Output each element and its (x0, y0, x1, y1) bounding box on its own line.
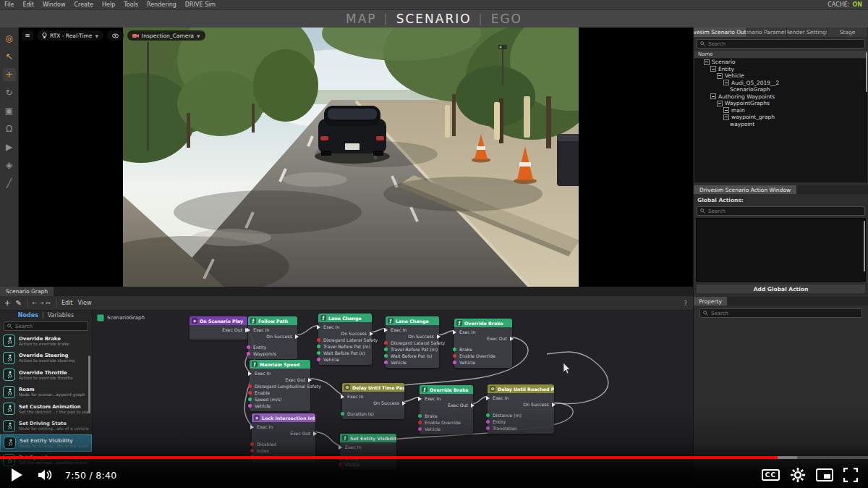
measure-tool-icon[interactable]: ╱ (3, 177, 16, 190)
mode-tab-map[interactable]: MAP (346, 12, 377, 26)
snap-tool-icon[interactable]: Ω (3, 122, 16, 135)
tree-item-authoring-waypoints[interactable]: Authoring Waypoints (694, 93, 867, 101)
tab-render-settings[interactable]: Render Settings (787, 28, 827, 37)
data-in-port[interactable] (248, 397, 252, 401)
node-library-item-roam[interactable]: RoamNode for scenar...aypoint graph (0, 384, 92, 401)
exec-in-port[interactable] (339, 445, 342, 450)
graph-menu-edit[interactable]: Edit (61, 300, 73, 306)
tab-scenario-parameters[interactable]: Scenario Parameters (747, 28, 788, 37)
exec-in-port[interactable] (486, 396, 490, 400)
navigate-tool-icon[interactable]: ◎ (3, 32, 16, 45)
menu-item-window[interactable]: Window (43, 1, 66, 8)
viewport[interactable]: ≡ RTX - Real-Time ▼ Inspection_Camera ▼ (19, 28, 693, 287)
play-tool-icon[interactable]: ▶ (3, 140, 16, 153)
exec-out-port[interactable] (295, 335, 299, 339)
expander-icon[interactable] (717, 101, 723, 106)
node-library-item-set-custom-animation[interactable]: Set Custom AnimationSet the desired ...r… (0, 400, 92, 418)
node-library-item-override-throttle[interactable]: Override ThrottleAction to override thro… (0, 366, 92, 384)
data-in-port[interactable] (486, 413, 490, 417)
tree-item-waypoint[interactable]: waypoint (694, 121, 867, 128)
expander-icon[interactable] (723, 107, 729, 113)
settings-gear-icon[interactable] (790, 467, 806, 483)
data-in-port[interactable] (317, 338, 320, 342)
edit-pencil-icon[interactable]: ✎ (15, 299, 21, 307)
graph-node-on-scenario-play[interactable]: ◈On Scenario PlayExec Out (190, 316, 247, 340)
node-library-item-override-brake[interactable]: Override BrakeAction to override brake (0, 332, 92, 350)
tab-drivesim-scenario-outli-[interactable]: Drivesim Scenario Outli... (694, 28, 747, 37)
add-global-action-button[interactable]: Add Global Action (696, 284, 866, 294)
tree-item-waypoint-graph[interactable]: waypoint_graph (694, 114, 867, 121)
exec-in-port[interactable] (248, 371, 252, 376)
data-in-port[interactable] (248, 391, 252, 395)
data-in-port[interactable] (453, 354, 456, 358)
exec-out-port[interactable] (552, 403, 556, 407)
graph-node-override-brake[interactable]: ƒOverride BrakeExec InExec OutBrakeEnabl… (454, 319, 512, 368)
scale-tool-icon[interactable]: ▣ (3, 104, 16, 117)
graph-menu-view[interactable]: View (77, 300, 91, 306)
menu-item-file[interactable]: File (4, 1, 14, 8)
exec-out-port[interactable] (437, 335, 441, 339)
exec-in-port[interactable] (453, 330, 456, 335)
exec-in-port[interactable] (247, 328, 250, 332)
graph-node-follow-path[interactable]: ƒFollow PathExec InOn SuccessEntityWaypo… (248, 316, 297, 359)
node-library-item-set-driving-state[interactable]: Set Driving StateNode for setting...ate … (0, 418, 92, 435)
tree-item-vehicle[interactable]: Vehicle (694, 72, 867, 80)
miniplayer-icon[interactable] (816, 468, 833, 481)
global-actions-search[interactable]: Search (697, 206, 865, 216)
mode-tab-ego[interactable]: EGO (491, 12, 522, 26)
exec-out-port[interactable] (471, 403, 475, 408)
data-in-port[interactable] (453, 361, 456, 364)
mode-tab-scenario[interactable]: SCENARIO (396, 12, 472, 26)
menu-item-rendering[interactable]: Rendering (147, 1, 176, 8)
tab-scenario-action-window[interactable]: Drivesim Scenario Action Window (694, 185, 797, 194)
tree-item-main[interactable]: main (694, 107, 867, 114)
data-in-port[interactable] (453, 348, 456, 351)
data-in-port[interactable] (486, 426, 490, 430)
node-library-item-override-steering[interactable]: Override SteeringAction to override stee… (0, 350, 92, 367)
physics-tool-icon[interactable]: ◈ (3, 159, 16, 172)
tree-item-scenario[interactable]: Scenario (694, 59, 867, 66)
property-search[interactable]: Search (699, 308, 862, 318)
data-in-port[interactable] (317, 351, 320, 355)
view-options-button[interactable] (107, 30, 124, 41)
node-library-item-set-entity-visibility[interactable]: Set Entity VisibilityNode for changi...l… (0, 434, 92, 452)
graph-node-maintain-speed[interactable]: ƒMaintain SpeedExec InExec OutDisregard … (250, 360, 310, 411)
tab-nodes[interactable]: Nodes (18, 312, 38, 319)
exec-in-port[interactable] (418, 397, 422, 401)
renderer-selector[interactable]: RTX - Real-Time ▼ (37, 30, 103, 41)
captions-button[interactable]: CC (762, 469, 780, 481)
data-in-port[interactable] (384, 348, 388, 351)
data-in-port[interactable] (317, 345, 320, 348)
expander-icon[interactable] (723, 114, 729, 120)
camera-selector[interactable]: Inspection_Camera ▼ (127, 30, 205, 41)
data-in-port[interactable] (250, 449, 254, 453)
exec-in-port[interactable] (341, 395, 344, 399)
help-icon[interactable]: ? (684, 300, 687, 307)
outliner-search[interactable]: Search (697, 39, 865, 49)
expander-icon[interactable] (704, 59, 710, 65)
exec-in-port[interactable] (384, 328, 388, 332)
viewport-menu-icon[interactable]: ≡ (22, 30, 33, 41)
data-in-port[interactable] (341, 412, 344, 416)
data-in-port[interactable] (418, 427, 422, 431)
exec-out-port[interactable] (370, 332, 373, 336)
menu-item-help[interactable]: Help (102, 1, 115, 8)
graph-node-delay-until-time-passed[interactable]: ⊙Delay Until Time PassedExec InOn Succes… (342, 383, 404, 419)
player-progress-bar[interactable] (0, 456, 868, 459)
exec-out-port[interactable] (313, 432, 317, 436)
tree-item-audi-q5-2019-2[interactable]: Audi_Q5_2019__2 (694, 80, 867, 87)
exec-out-port[interactable] (510, 337, 514, 341)
tree-item-scenariograph[interactable]: ScenarioGraph (694, 86, 867, 93)
data-in-port[interactable] (384, 361, 388, 364)
graph-node-lane-change[interactable]: ƒLane ChangeExec InOn SuccessDisregard L… (318, 314, 372, 365)
data-in-port[interactable] (248, 404, 252, 408)
move-tool-icon[interactable]: + (3, 68, 16, 81)
expander-icon[interactable] (710, 93, 716, 99)
tree-item-entity[interactable]: Entity (694, 66, 867, 73)
scrollbar[interactable] (864, 221, 865, 272)
exec-in-port[interactable] (317, 325, 320, 329)
expander-icon[interactable] (723, 80, 729, 85)
scrollbar[interactable] (866, 52, 867, 92)
graph-node-override-brake[interactable]: ƒOverride BrakeExec InExec OutBrakeEnabl… (420, 385, 473, 434)
exec-out-port[interactable] (402, 401, 406, 405)
